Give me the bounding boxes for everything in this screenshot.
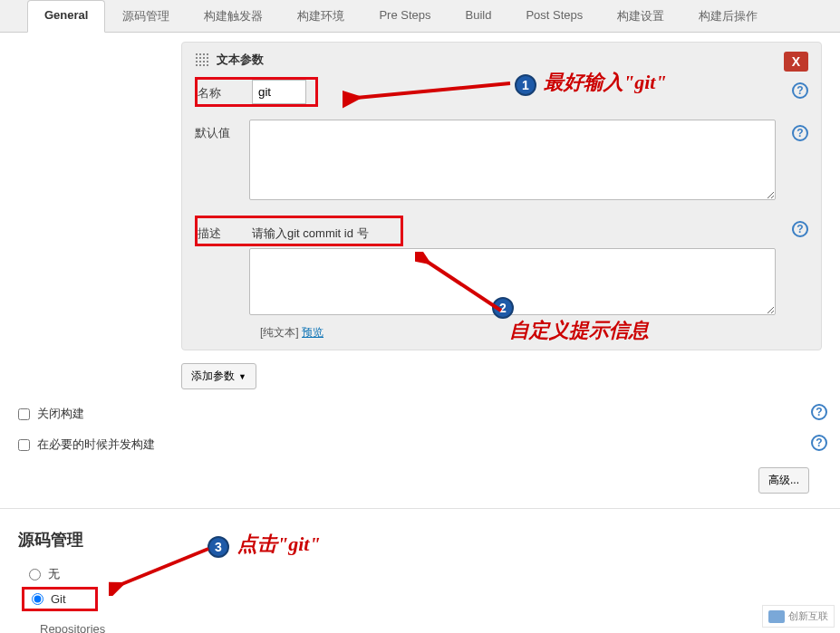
watermark-logo-icon [768,610,785,623]
default-label: 默认值 [195,120,249,141]
description-label: 描述 [198,220,252,242]
description-textarea[interactable] [249,248,776,315]
help-icon[interactable]: ? [811,404,827,420]
concurrent-build-checkbox[interactable] [18,439,30,451]
advanced-button[interactable]: 高级... [758,467,809,494]
watermark-text: 创新互联 [788,609,828,623]
name-label: 名称 [198,80,252,104]
concurrent-build-row: 在必要的时候并发构建 ? [0,429,840,460]
concurrent-build-label: 在必要的时候并发构建 [37,436,155,453]
help-icon[interactable]: ? [792,221,808,237]
tab-general[interactable]: General [27,0,105,33]
default-value-textarea[interactable] [249,120,776,200]
repositories-label: Repositories [40,622,840,633]
help-icon[interactable]: ? [811,435,827,451]
tab-build-settings[interactable]: 构建设置 [600,0,681,33]
parameter-type-title: 文本参数 [217,52,264,68]
scm-none-row: 无 [22,561,818,587]
preview-link[interactable]: 预览 [302,326,323,339]
drag-handle-icon[interactable] [195,53,209,67]
disable-build-checkbox[interactable] [18,408,30,420]
remove-parameter-button[interactable]: X [784,52,808,72]
tab-triggers[interactable]: 构建触发器 [187,0,280,33]
help-icon[interactable]: ? [792,125,808,141]
tab-scm[interactable]: 源码管理 [105,0,187,33]
disable-build-row: 关闭构建 ? [0,398,840,429]
tab-env[interactable]: 构建环境 [280,0,362,33]
name-input[interactable] [252,80,306,104]
help-icon[interactable]: ? [792,82,808,99]
description-preview-text: 请输入git commit id 号 [252,220,397,242]
chevron-down-icon: ▼ [238,372,246,381]
tab-pre-steps[interactable]: Pre Steps [362,0,448,33]
tab-post-steps[interactable]: Post Steps [508,0,600,33]
tab-post-ops[interactable]: 构建后操作 [681,0,775,33]
scm-git-radio[interactable] [32,593,43,605]
text-parameter-block: X 文本参数 名称 ? 默认值 [181,42,822,350]
watermark: 创新互联 [762,605,835,628]
scm-none-label: 无 [48,566,60,582]
config-tabs: General 源码管理 构建触发器 构建环境 Pre Steps Build … [0,0,840,33]
scm-section-title: 源码管理 [0,516,840,560]
scm-none-radio[interactable] [29,569,41,580]
tab-build[interactable]: Build [449,0,509,33]
plaintext-note: [纯文本] 预览 [260,325,808,340]
scm-git-label: Git [51,592,66,606]
disable-build-label: 关闭构建 [37,406,84,422]
add-parameter-button[interactable]: 添加参数▼ [181,363,256,389]
